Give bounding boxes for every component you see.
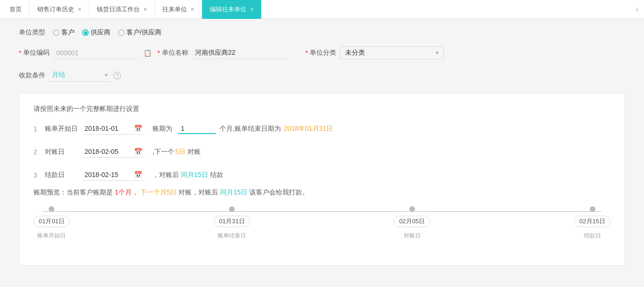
period-date-2-input[interactable]: [83, 146, 132, 157]
period-num-2: 2: [34, 148, 45, 156]
period-date-3-input[interactable]: [83, 169, 132, 180]
period-date-1-wrapper: 📅: [83, 123, 144, 135]
radio-label-supplier: 供应商: [91, 28, 110, 37]
preview-label: 账期预览：当前客户账期是: [34, 188, 113, 196]
period-row2-highlight1: 5日: [175, 148, 186, 156]
payment-cond-value: 月结: [52, 71, 102, 79]
timeline-badge-2: 02月05日: [394, 216, 430, 227]
tabs-bar: 首页 销售订单历史 × 钱货日清工作台 × 往来单位 × 编辑往来单位 × ›: [0, 0, 644, 19]
period-label-1: 账单开始日: [45, 125, 83, 133]
unit-class-star: *: [305, 49, 308, 57]
radio-circle-both: [118, 29, 125, 36]
payment-cond-row: 收款条件 月结 ▾ ?: [19, 69, 625, 82]
unit-name-label: 单位名称: [162, 49, 188, 57]
period-desc-1-before: 账期为: [153, 125, 172, 133]
period-desc-2-before: ,下一个: [153, 148, 174, 156]
payment-cond-select[interactable]: 月结 ▾: [49, 69, 110, 82]
period-date-2-wrapper: 📅: [83, 146, 144, 158]
unit-type-label: 单位类型: [19, 28, 45, 37]
timeline-point-3: 02月15日 结款日: [574, 206, 610, 240]
radio-label-both: 客户/供应商: [127, 28, 161, 37]
timeline-label-0: 账单开始日: [37, 232, 66, 240]
period-row-1: 1 账单开始日 📅 账期为 个月,账单结束日期为 2018年01月31日: [34, 123, 610, 135]
period-num-3: 3: [34, 171, 45, 179]
period-date-3-wrapper: 📅: [83, 169, 144, 181]
period-row-2: 2 对账日 📅 ,下一个 5日 对账: [34, 146, 610, 158]
unit-name-star: *: [157, 49, 160, 57]
period-row-3: 3 结款日 📅 ，对账后 同月15日 结款: [34, 169, 610, 181]
unit-code-label: 单位编码: [23, 49, 50, 57]
timeline-badge-3: 02月15日: [574, 216, 610, 227]
unit-class-label: 单位分类: [310, 49, 336, 57]
radio-both[interactable]: 客户/供应商: [118, 28, 161, 37]
unit-class-group: * 单位分类 未分类 ▾: [305, 46, 444, 59]
unit-code-icon[interactable]: 📋: [142, 49, 153, 57]
preview-part2: 下一个月5日: [140, 188, 177, 196]
radio-circle-customer: [53, 29, 59, 36]
timeline-badge-0: 01月01日: [34, 216, 70, 227]
timeline-dot-3: [590, 206, 595, 212]
period-date-1-input[interactable]: [83, 123, 132, 134]
period-panel: 请按照未来的一个完整帐期进行设置 1 账单开始日 📅 账期为 个月,账单结束日期…: [19, 93, 625, 266]
tab-more-button[interactable]: ›: [630, 5, 644, 14]
radio-customer[interactable]: 客户: [53, 28, 75, 37]
unit-code-star: *: [19, 49, 21, 57]
timeline-point-0: 01月01日 账单开始日: [34, 206, 70, 240]
radio-circle-supplier: [82, 29, 89, 36]
unit-class-value: 未分类: [345, 49, 436, 57]
unit-info-row: * 单位编码 📋 * 单位名称 * 单位分类 未分类 ▾: [19, 46, 625, 59]
payment-cond-help[interactable]: ?: [113, 72, 121, 79]
radio-label-customer: 客户: [61, 28, 75, 37]
period-num-1: 1: [34, 125, 45, 133]
unit-name-input[interactable]: [192, 47, 287, 59]
timeline-point-1: 01月31日 账单结束日: [214, 206, 250, 240]
period-months-input[interactable]: [178, 124, 216, 134]
period-desc-3-after: 结款: [210, 171, 223, 179]
preview-part1: 1个月，: [115, 188, 138, 196]
unit-code-input-wrapper: 📋: [53, 47, 138, 59]
payment-cond-label: 收款条件: [19, 71, 45, 80]
timeline-badge-1: 01月31日: [214, 216, 250, 227]
tab-home[interactable]: 首页: [0, 0, 30, 19]
tab-partner-unit[interactable]: 往来单位 ×: [155, 0, 202, 19]
period-desc-3-before: ，对账后: [153, 171, 179, 179]
timeline-label-3: 结款日: [584, 232, 601, 240]
unit-type-radio-group: 客户 供应商 客户/供应商: [53, 28, 161, 37]
tab-edit-partner[interactable]: 编辑往来单位 ×: [202, 0, 262, 19]
unit-class-select[interactable]: 未分类 ▾: [340, 46, 444, 59]
preview-end: 该客户会给我打款。: [249, 188, 309, 196]
tab-sales-history[interactable]: 销售订单历史 ×: [30, 0, 89, 19]
timeline-point-2: 02月05日 对账日: [394, 206, 430, 240]
period-label-2: 对账日: [45, 148, 83, 156]
period-row3-highlight2: 同月15日: [181, 171, 208, 179]
close-tab-partner-unit[interactable]: ×: [191, 6, 194, 13]
unit-class-arrow: ▾: [436, 50, 439, 56]
close-tab-cash-work[interactable]: ×: [144, 6, 147, 13]
timeline-container: 01月01日 账单开始日 01月31日 账单结束日 02月05日 对账日 02月…: [34, 202, 610, 254]
timeline-dot-1: [229, 206, 235, 212]
period-desc-1-after: 个月,账单结束日期为: [220, 125, 281, 133]
timeline-label-2: 对账日: [404, 232, 421, 240]
unit-type-row: 单位类型 客户 供应商 客户/供应商: [19, 28, 625, 37]
radio-supplier[interactable]: 供应商: [82, 28, 110, 37]
panel-title: 请按照未来的一个完整帐期进行设置: [34, 105, 610, 113]
preview-part3: 同月15日: [220, 188, 247, 196]
period-label-3: 结款日: [45, 171, 83, 179]
timeline-dot-0: [49, 206, 54, 212]
period-desc-2-after: 对账: [187, 148, 201, 156]
page-content: 单位类型 客户 供应商 客户/供应商 * 单位编码 📋: [0, 19, 644, 287]
period-end-date-highlight: 2018年01月31日: [284, 125, 333, 133]
close-tab-sales-history[interactable]: ×: [78, 6, 81, 13]
unit-name-group: * 单位名称: [157, 47, 286, 59]
close-tab-edit-partner[interactable]: ×: [250, 6, 254, 13]
unit-code-group: * 单位编码 📋: [19, 47, 138, 59]
tab-cash-work[interactable]: 钱货日清工作台 ×: [89, 0, 155, 19]
period-date-1-cal[interactable]: 📅: [132, 125, 144, 132]
preview-mid: 对账，对账后: [178, 188, 218, 196]
period-date-3-cal[interactable]: 📅: [132, 171, 144, 178]
unit-code-input[interactable]: [53, 47, 142, 59]
period-date-2-cal[interactable]: 📅: [132, 148, 144, 155]
timeline-items: 01月01日 账单开始日 01月31日 账单结束日 02月05日 对账日 02月…: [34, 206, 610, 240]
timeline-dot-2: [409, 206, 415, 212]
timeline-label-1: 账单结束日: [218, 232, 246, 240]
